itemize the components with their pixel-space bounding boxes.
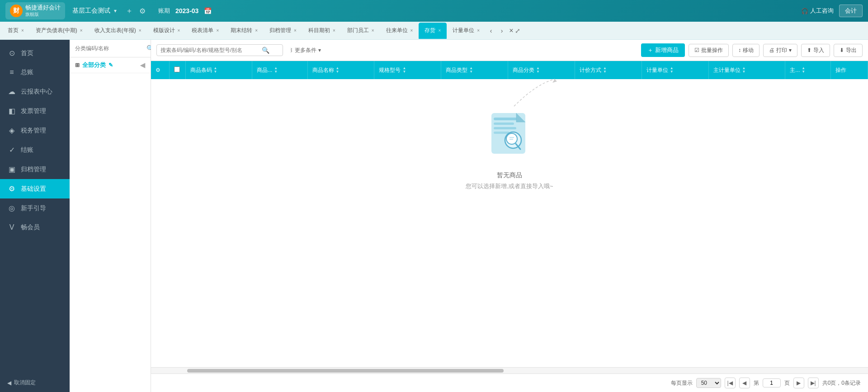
- tab-contacts-close[interactable]: ×: [410, 28, 413, 33]
- tab-department[interactable]: 部门员工 ×: [341, 23, 380, 39]
- tab-balance-sheet[interactable]: 资产负债表(中期) ×: [30, 23, 89, 39]
- empty-document-icon: [482, 106, 537, 161]
- tab-archive-close[interactable]: ×: [294, 28, 297, 33]
- code-sort-icon[interactable]: ▲▼: [274, 66, 278, 74]
- sidebar-item-ledger[interactable]: ≡ 总账: [0, 63, 70, 82]
- tab-inventory-label: 存货: [425, 27, 435, 34]
- tab-income[interactable]: 收入支出表(年报) ×: [89, 23, 147, 39]
- tab-tax-list[interactable]: 税表清单 ×: [186, 23, 225, 39]
- th-main-extra: 主...▲▼: [785, 61, 830, 79]
- tab-inventory[interactable]: 存货 ×: [419, 23, 447, 39]
- export-button[interactable]: ⬇ 导出: [834, 44, 863, 57]
- total-records-label: 共0页，0条记录: [822, 379, 861, 387]
- tab-expand-button[interactable]: ⤢: [515, 27, 520, 34]
- tab-period-transfer[interactable]: 期末结转 ×: [225, 23, 264, 39]
- batch-operations-button[interactable]: ☑ 批量操作: [689, 44, 729, 57]
- sidebar-item-member[interactable]: V 畅会员: [0, 218, 70, 237]
- tab-template-close[interactable]: ×: [178, 28, 180, 33]
- type-sort-icon[interactable]: ▲▼: [469, 66, 473, 74]
- cancel-fixed-button[interactable]: ◀ 取消固定: [0, 373, 70, 392]
- tab-contacts[interactable]: 往来单位 ×: [380, 23, 419, 39]
- tab-tax-list-label: 税表清单: [192, 27, 213, 34]
- main-layout: ⊙ 首页 ≡ 总账 ☁ 云报表中心 ◧ 发票管理 ◈ 税务管理 ✓ 结账 ▣ 归…: [0, 40, 868, 392]
- tab-unit[interactable]: 计量单位 ×: [447, 23, 486, 39]
- sidebar-item-tax[interactable]: ◈ 税务管理: [0, 121, 70, 140]
- move-button[interactable]: ↕ 移动: [732, 44, 760, 57]
- account-button[interactable]: 会计: [839, 5, 863, 17]
- product-table-container: ⚙ 商品条码▲▼ 商品...▲▼ 商品名称▲▼: [151, 61, 868, 367]
- category-sort-icon[interactable]: ▲▼: [536, 66, 540, 74]
- tab-subject-init[interactable]: 科目期初 ×: [302, 23, 341, 39]
- filter-icon: ⧘: [290, 47, 293, 53]
- next-page-button[interactable]: ▶: [793, 378, 804, 388]
- scrollbar-thumb[interactable]: [187, 369, 504, 373]
- tab-balance-sheet-close[interactable]: ×: [80, 28, 83, 33]
- tab-period-transfer-close[interactable]: ×: [255, 28, 258, 33]
- tab-tax-list-close[interactable]: ×: [216, 28, 219, 33]
- move-icon: ↕: [738, 47, 741, 53]
- select-all-checkbox[interactable]: [174, 66, 180, 72]
- company-dropdown-icon[interactable]: ▾: [114, 8, 117, 14]
- category-all-item[interactable]: ⊞ 全部分类 ✎ ◀: [70, 57, 151, 73]
- th-pricing: 计价方式▲▼: [575, 61, 642, 79]
- sidebar-item-basic-settings[interactable]: ⚙ 基础设置: [0, 179, 70, 198]
- support-button[interactable]: 🎧 人工咨询: [801, 7, 834, 15]
- tab-inventory-close[interactable]: ×: [438, 28, 441, 33]
- archive-icon: ▣: [7, 165, 16, 174]
- th-settings[interactable]: ⚙: [151, 61, 169, 79]
- last-page-button[interactable]: ▶|: [808, 378, 819, 388]
- per-page-select[interactable]: 50 100 200: [696, 378, 721, 388]
- more-conditions-button[interactable]: ⧘ 更多条件 ▾: [287, 45, 325, 56]
- main-unit-sort-icon[interactable]: ▲▼: [742, 66, 746, 74]
- invoice-icon: ◧: [7, 107, 16, 115]
- settings-button[interactable]: ⚙: [137, 5, 147, 17]
- tab-prev-button[interactable]: ‹: [486, 25, 496, 36]
- tab-income-close[interactable]: ×: [139, 28, 142, 33]
- tab-department-close[interactable]: ×: [372, 28, 374, 33]
- logo-icon: 财: [10, 5, 23, 17]
- horizontal-scrollbar[interactable]: [151, 367, 868, 373]
- import-button[interactable]: ⬆ 导入: [801, 44, 830, 57]
- tab-archive[interactable]: 归档管理 ×: [264, 23, 302, 39]
- guide-icon: ◎: [7, 204, 16, 213]
- name-sort-icon[interactable]: ▲▼: [336, 66, 340, 74]
- tab-next-button[interactable]: ›: [496, 25, 507, 36]
- first-page-button[interactable]: |◀: [725, 378, 736, 388]
- export-label: 导出: [846, 47, 857, 54]
- collapse-panel-icon[interactable]: ◀: [140, 61, 145, 69]
- main-extra-sort-icon[interactable]: ▲▼: [802, 66, 805, 74]
- add-product-button[interactable]: ＋ 新增商品: [641, 43, 685, 57]
- unit-sort-icon[interactable]: ▲▼: [670, 66, 674, 74]
- prev-page-button[interactable]: ◀: [739, 378, 750, 388]
- category-search-input[interactable]: [73, 43, 145, 53]
- barcode-sort-icon[interactable]: ▲▼: [214, 66, 217, 74]
- page-suffix: 页: [784, 379, 790, 387]
- product-search-input[interactable]: [160, 47, 260, 53]
- tab-home[interactable]: 首页 ×: [2, 23, 30, 39]
- pricing-sort-icon[interactable]: ▲▼: [603, 66, 607, 74]
- tab-template[interactable]: 模版设计 ×: [147, 23, 186, 39]
- sidebar-item-settlement[interactable]: ✓ 结账: [0, 140, 70, 160]
- page-number-input[interactable]: [763, 378, 781, 387]
- print-button[interactable]: 🖨 打印 ▾: [763, 44, 797, 57]
- spec-sort-icon[interactable]: ▲▼: [402, 66, 406, 74]
- sidebar-item-guide[interactable]: ◎ 新手引导: [0, 198, 70, 218]
- calendar-icon[interactable]: 📅: [204, 7, 212, 14]
- tab-unit-close[interactable]: ×: [477, 28, 480, 33]
- sidebar-item-archive[interactable]: ▣ 归档管理: [0, 160, 70, 179]
- tab-subject-init-close[interactable]: ×: [333, 28, 335, 33]
- edit-category-icon[interactable]: ✎: [108, 62, 113, 68]
- tab-home-close[interactable]: ×: [21, 28, 24, 33]
- import-label: 导入: [813, 47, 824, 54]
- company-name: 基层工会测试: [72, 7, 110, 15]
- member-icon: V: [7, 223, 16, 231]
- period-value: 2023-03: [175, 7, 198, 14]
- sidebar-item-cloud-reports[interactable]: ☁ 云报表中心: [0, 82, 70, 101]
- product-search-icon[interactable]: 🔍: [262, 47, 269, 54]
- close-all-tabs-button[interactable]: ×: [509, 27, 513, 35]
- add-tab-button[interactable]: ＋: [124, 5, 135, 18]
- sidebar-item-invoice[interactable]: ◧ 发票管理: [0, 101, 70, 121]
- sidebar-item-home[interactable]: ⊙ 首页: [0, 43, 70, 63]
- th-checkbox[interactable]: [169, 61, 185, 79]
- th-category-label: 商品分类: [513, 66, 534, 74]
